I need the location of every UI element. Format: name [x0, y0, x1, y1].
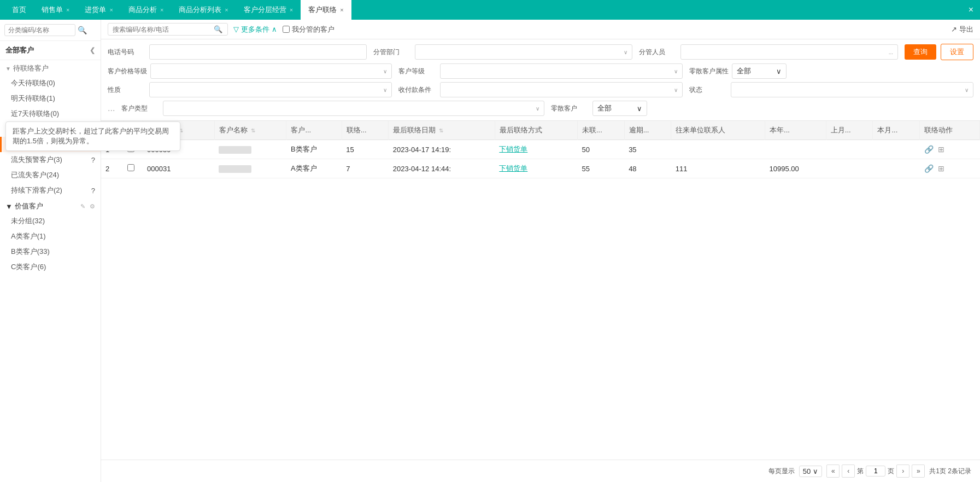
- settings-button[interactable]: 设置: [941, 44, 973, 60]
- grid-action-icon[interactable]: ⊞: [938, 164, 944, 173]
- sort-icon[interactable]: ⇅: [439, 127, 443, 133]
- more-filter-button[interactable]: ▽ 更多条件 ∧: [233, 25, 277, 34]
- sidebar-item-c-class[interactable]: C类客户(6): [0, 259, 101, 275]
- row-code: 000031: [143, 159, 214, 178]
- row-name: [214, 159, 286, 178]
- sidebar-item-b-class[interactable]: B类客户(33): [0, 244, 101, 259]
- sidebar: 🔍 全部客户 ❮ ▼ 待联络客户 今天待联络(0) 明天待联络(1) 近7天待联…: [0, 20, 101, 482]
- chevron-down-icon: ∨: [813, 467, 818, 475]
- prev-page-button[interactable]: ‹: [842, 464, 855, 478]
- row-contact-person: [671, 140, 765, 159]
- row-name: [214, 140, 286, 159]
- row-current-year: 10995.00: [765, 159, 826, 178]
- nav-item-product-analysis[interactable]: 商品分析 ×: [121, 0, 171, 20]
- row-last-contact-date: 2023-04-17 14:19:: [389, 140, 495, 159]
- chevron-down-icon: ∨: [637, 104, 642, 113]
- grid-action-icon[interactable]: ⊞: [938, 145, 944, 154]
- sidebar-item-7days-pending[interactable]: 近7天待联络(0): [0, 106, 101, 121]
- all-customers-header[interactable]: 全部客户 ❮: [0, 41, 101, 60]
- retail-attr-select[interactable]: 全部 ∨: [732, 63, 787, 79]
- export-button[interactable]: ↗ 导出: [951, 25, 973, 34]
- content-area: 🔍 ▽ 更多条件 ∧ 我分管的客户 ↗ 导出: [101, 20, 980, 482]
- sidebar-item-lost-prediction[interactable]: 流失预警客户(3) ?: [0, 152, 101, 167]
- close-icon[interactable]: ×: [66, 7, 69, 13]
- row-last-contact-date: 2023-04-12 14:44:: [389, 159, 495, 178]
- next-page-button[interactable]: ›: [896, 464, 909, 478]
- payment-select[interactable]: ∨: [440, 82, 683, 97]
- my-customers-checkbox[interactable]: [283, 26, 290, 33]
- last-page-button[interactable]: »: [912, 464, 925, 478]
- last-contact-method-link[interactable]: 下销货单: [499, 145, 527, 153]
- table-row: 2 000031 A类客户 7 2023-04-12 14:44: 下销货单: [101, 159, 980, 178]
- close-icon[interactable]: ×: [290, 7, 293, 13]
- pending-group-header[interactable]: ▼ 待联络客户: [0, 60, 101, 76]
- status-select[interactable]: ∨: [731, 82, 973, 97]
- search-icon[interactable]: 🔍: [214, 25, 222, 33]
- nav-item-sales[interactable]: 销售单 ×: [34, 0, 77, 20]
- filter-customer-grade: 客户等级 ∨: [398, 63, 683, 79]
- filter-icon: ▽: [233, 25, 239, 33]
- close-icon[interactable]: ×: [225, 7, 228, 13]
- search-wrap: 🔍: [108, 23, 228, 36]
- link-action-icon[interactable]: 🔗: [924, 164, 934, 173]
- th-last-contact-method: 最后联络方式: [495, 121, 577, 140]
- nav-item-home[interactable]: 首页: [4, 0, 34, 20]
- last-contact-method-link[interactable]: 下销货单: [499, 164, 527, 172]
- page-number-input[interactable]: [866, 466, 885, 477]
- close-all-tabs-button[interactable]: ×: [969, 5, 973, 15]
- sidebar-item-lost[interactable]: 已流失客户(24): [0, 167, 101, 183]
- filter-status: 状态 ∨: [689, 82, 973, 97]
- link-action-icon[interactable]: 🔗: [924, 145, 934, 154]
- th-last-contact-date: 最后联络日期 ⇅: [389, 121, 495, 140]
- action-icons: 🔗 ⊞: [924, 164, 976, 173]
- toolbar: 🔍 ▽ 更多条件 ∧ 我分管的客户 ↗ 导出: [101, 20, 980, 39]
- retail-customer-select[interactable]: 全部 ∨: [592, 101, 647, 116]
- sidebar-search-icon[interactable]: 🔍: [78, 26, 87, 34]
- sidebar-item-a-class[interactable]: A类客户(1): [0, 229, 101, 244]
- sidebar-item-unclassified[interactable]: 未分组(32): [0, 213, 101, 229]
- dept-select[interactable]: ∨: [415, 44, 632, 60]
- close-icon[interactable]: ×: [340, 7, 343, 13]
- nav-item-customer-segmentation[interactable]: 客户分层经营 ×: [236, 0, 301, 20]
- phone-input[interactable]: [149, 44, 367, 60]
- collapse-icon[interactable]: ❮: [90, 47, 95, 54]
- search-input[interactable]: [113, 26, 214, 33]
- nav-item-customer-contact[interactable]: 客户联络 ×: [301, 0, 351, 20]
- query-button[interactable]: 查询: [905, 44, 936, 60]
- sidebar-search-input[interactable]: [4, 24, 75, 36]
- sidebar-item-tomorrow-pending[interactable]: 明天待联络(1): [0, 91, 101, 106]
- row-last-month: [826, 159, 873, 178]
- help-icon: ?: [91, 156, 95, 164]
- customer-grade-select[interactable]: ∨: [440, 63, 683, 79]
- settings-icon[interactable]: ⚙: [90, 203, 95, 210]
- edit-icon[interactable]: ✎: [80, 203, 85, 210]
- nav-item-product-analysis-list[interactable]: 商品分析列表 ×: [171, 0, 236, 20]
- row-last-contact-method: 下销货单: [495, 159, 577, 178]
- customer-type-select[interactable]: ∨: [163, 101, 544, 116]
- close-icon[interactable]: ×: [109, 7, 113, 13]
- row-overdue: 48: [624, 159, 671, 178]
- th-customer-type: 客户...: [286, 121, 342, 140]
- manager-select[interactable]: ...: [680, 44, 898, 60]
- row-action: 🔗 ⊞: [920, 140, 980, 159]
- first-page-button[interactable]: «: [826, 464, 840, 478]
- row-contact-count: 7: [342, 159, 389, 178]
- value-group-header[interactable]: ▼ 价值客户 ✎ ⚙: [0, 198, 101, 213]
- gender-select[interactable]: ∨: [149, 82, 392, 97]
- sidebar-item-declining[interactable]: 持续下滑客户(2) ?: [0, 183, 101, 198]
- filter-retail-attr: 零散客户属性 全部 ∨: [689, 63, 973, 79]
- row-select-checkbox[interactable]: [127, 164, 134, 171]
- sort-icon[interactable]: ⇅: [251, 127, 255, 133]
- row-customer-type: A类客户: [286, 159, 342, 178]
- sidebar-item-today-pending[interactable]: 今天待联络(0): [0, 76, 101, 91]
- price-grade-select[interactable]: ∨: [150, 63, 392, 79]
- close-icon[interactable]: ×: [160, 7, 163, 13]
- more-filter-ellipsis[interactable]: ...: [108, 103, 115, 113]
- th-uncontacted: 未联...: [577, 121, 624, 140]
- customer-name-blur: [219, 165, 251, 173]
- per-page-select[interactable]: 50 ∨: [799, 466, 822, 477]
- table-header-row: ⚙ 客户编码 ⇅ 客户名称 ⇅: [101, 121, 980, 140]
- table-wrap: ⚙ 客户编码 ⇅ 客户名称 ⇅: [101, 121, 980, 460]
- nav-item-purchase[interactable]: 进货单 ×: [77, 0, 120, 20]
- th-action: 联络动作: [920, 121, 980, 140]
